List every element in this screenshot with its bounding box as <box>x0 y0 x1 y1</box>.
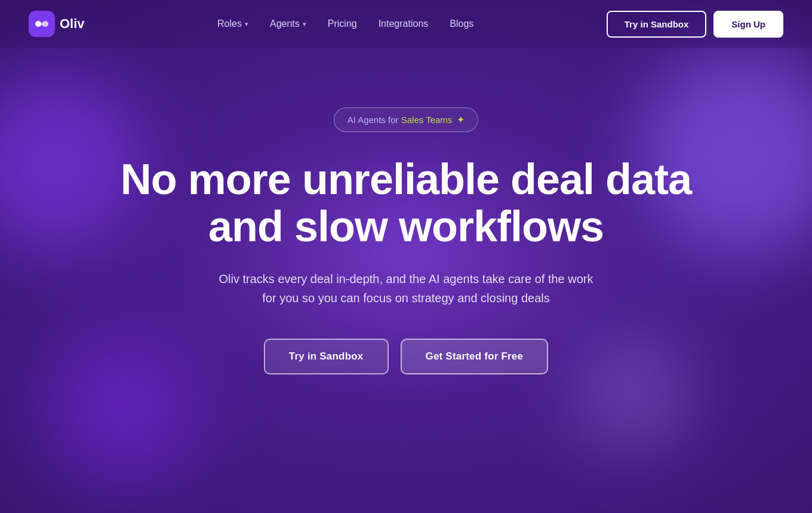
nav-link-integrations[interactable]: Integrations <box>379 19 429 29</box>
nav-item-pricing[interactable]: Pricing <box>328 19 357 29</box>
try-sandbox-hero-button[interactable]: Try in Sandbox <box>264 339 389 374</box>
hero-badge: AI Agents for Sales Teams ✦ <box>334 107 479 132</box>
chevron-down-icon: ▾ <box>245 20 248 28</box>
cta-group: Try in Sandbox Get Started for Free <box>264 339 548 374</box>
badge-text: AI Agents for Sales Teams <box>347 115 453 125</box>
nav-links: Roles ▾ Agents ▾ Pricing Integrations Bl… <box>217 19 473 29</box>
navbar: Oliv Roles ▾ Agents ▾ Pricing Integratio… <box>0 0 812 48</box>
chevron-down-icon: ▾ <box>303 20 306 28</box>
nav-link-pricing[interactable]: Pricing <box>328 19 357 29</box>
nav-link-agents[interactable]: Agents ▾ <box>270 19 306 29</box>
sparkle-icon: ✦ <box>457 114 465 125</box>
try-sandbox-nav-button[interactable]: Try in Sandbox <box>607 11 707 38</box>
nav-item-blogs[interactable]: Blogs <box>450 19 473 29</box>
nav-link-blogs[interactable]: Blogs <box>450 19 473 29</box>
signup-button[interactable]: Sign Up <box>713 11 783 38</box>
hero-subheadline: Oliv tracks every deal in-depth, and the… <box>212 269 600 308</box>
logo[interactable]: Oliv <box>29 11 85 37</box>
get-started-button[interactable]: Get Started for Free <box>401 339 549 374</box>
nav-link-roles[interactable]: Roles ▾ <box>217 19 248 29</box>
nav-item-roles[interactable]: Roles ▾ <box>217 19 248 29</box>
logo-text: Oliv <box>60 16 85 32</box>
logo-icon <box>29 11 55 37</box>
svg-point-2 <box>40 22 44 26</box>
hero-headline: No more unreliable deal data and slow wo… <box>78 156 734 250</box>
nav-item-integrations[interactable]: Integrations <box>379 19 429 29</box>
hero-section: AI Agents for Sales Teams ✦ No more unre… <box>0 48 812 374</box>
nav-actions: Try in Sandbox Sign Up <box>607 11 783 38</box>
nav-item-agents[interactable]: Agents ▾ <box>270 19 306 29</box>
